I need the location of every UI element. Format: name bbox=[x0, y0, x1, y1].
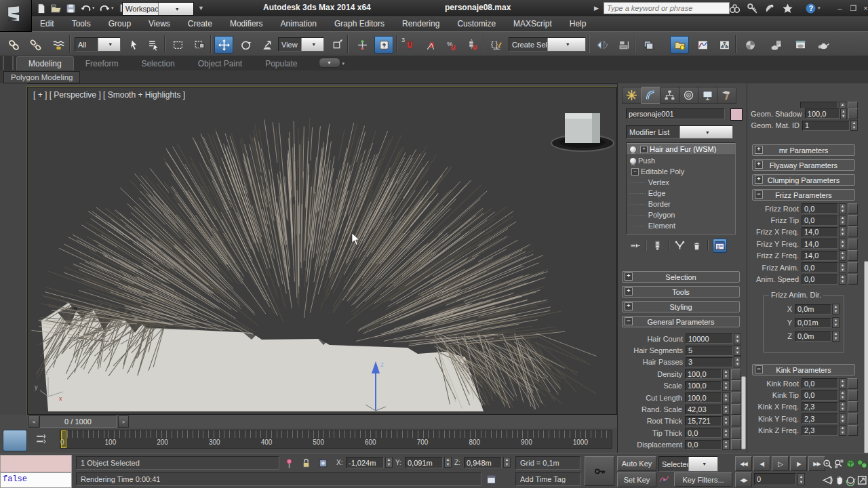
next-frame-button[interactable]: > bbox=[118, 415, 129, 428]
param-field[interactable]: 2,3 bbox=[802, 426, 838, 436]
rollout-selection[interactable]: +Selection bbox=[622, 271, 740, 283]
param-spinner[interactable]: ▲▼ bbox=[839, 390, 846, 401]
param-map-button[interactable] bbox=[731, 415, 741, 426]
modifier-bulb-icon[interactable] bbox=[629, 146, 637, 153]
param-field[interactable]: 1 bbox=[802, 121, 850, 131]
param-field[interactable]: 100,0 bbox=[685, 369, 722, 379]
material-editor-icon[interactable] bbox=[741, 36, 760, 54]
tab-motion-icon[interactable] bbox=[679, 87, 698, 104]
rollout-toggle[interactable]: + bbox=[755, 146, 763, 154]
unlink-selection-icon[interactable] bbox=[26, 36, 45, 54]
tab-hierarchy-icon[interactable] bbox=[660, 87, 679, 104]
play-button[interactable]: ▷ bbox=[772, 456, 789, 471]
param-map-button[interactable] bbox=[848, 215, 858, 226]
panel-scrollbar-right[interactable] bbox=[864, 261, 868, 453]
tab-modify-icon[interactable] bbox=[641, 87, 660, 104]
param-map-button[interactable] bbox=[731, 404, 741, 415]
param-spinner[interactable]: ▲▼ bbox=[722, 380, 730, 391]
align-icon[interactable] bbox=[614, 36, 633, 54]
ribbon-tab-populate[interactable]: Populate bbox=[254, 57, 309, 70]
viewport-label[interactable]: [ + ] [ Perspective ] [ Smooth + Highlig… bbox=[33, 90, 185, 100]
param-map-button[interactable] bbox=[731, 369, 741, 380]
menu-edit[interactable]: Edit bbox=[31, 16, 63, 31]
select-by-name-icon[interactable] bbox=[144, 36, 163, 54]
param-map-button[interactable] bbox=[731, 439, 741, 450]
orbit-icon[interactable] bbox=[845, 472, 856, 487]
auto-key-button[interactable]: Auto Key bbox=[617, 456, 656, 471]
param-field[interactable]: 0,0 bbox=[802, 216, 838, 226]
coord-z-field[interactable]: 0,948m bbox=[464, 457, 502, 468]
param-map-button[interactable] bbox=[848, 226, 858, 237]
menu-maxscript[interactable]: MAXScript bbox=[505, 16, 561, 31]
rollout-toggle[interactable]: − bbox=[755, 365, 763, 373]
time-slider[interactable]: < 0 / 1000 > bbox=[27, 415, 617, 429]
perspective-viewport[interactable]: [ + ] [ Perspective ] [ Smooth + Highlig… bbox=[27, 87, 617, 415]
ribbon-minimize-button[interactable]: ▼ bbox=[319, 58, 340, 68]
stack-expand-toggle[interactable]: − bbox=[631, 168, 639, 176]
set-key-button[interactable]: Set Key bbox=[617, 472, 656, 487]
dir-field[interactable]: 0,0m bbox=[795, 331, 831, 342]
window-crossing-toggle-icon[interactable] bbox=[190, 36, 209, 54]
param-field[interactable]: 0,0 bbox=[685, 428, 722, 438]
param-spinner[interactable]: ▲▼ bbox=[839, 425, 846, 436]
param-spinner[interactable]: ▲▼ bbox=[839, 203, 846, 214]
param-field[interactable]: 0,0 bbox=[802, 378, 838, 388]
param-field[interactable]: 14,0 bbox=[802, 227, 838, 237]
select-and-scale-icon[interactable] bbox=[258, 36, 277, 54]
time-tag-icon[interactable] bbox=[484, 472, 498, 486]
rollout-toggle[interactable]: + bbox=[755, 176, 763, 184]
tab-create-icon[interactable] bbox=[622, 87, 642, 104]
select-and-move-icon[interactable] bbox=[214, 36, 233, 54]
param-field[interactable]: 2,3 bbox=[802, 413, 838, 424]
zoom-extents-all-icon[interactable] bbox=[856, 456, 868, 471]
param-spinner[interactable]: ▲▼ bbox=[839, 274, 846, 285]
stack-item-vertex[interactable]: ·······Vertex bbox=[627, 177, 735, 188]
param-map-button[interactable] bbox=[848, 262, 858, 273]
rollout-toggle[interactable]: + bbox=[625, 272, 633, 281]
infocenter-expand-arrow[interactable]: ▶ bbox=[594, 5, 599, 12]
dir-spinner[interactable]: ▲▼ bbox=[832, 331, 840, 342]
param-map-button[interactable] bbox=[848, 108, 858, 119]
select-and-link-icon[interactable] bbox=[4, 36, 23, 54]
param-spinner[interactable]: ▲▼ bbox=[722, 392, 730, 403]
tab-utilities-icon[interactable] bbox=[717, 87, 736, 104]
param-spinner[interactable]: ▲▼ bbox=[722, 415, 730, 426]
maxscript-mini-listener-output[interactable]: false bbox=[0, 472, 72, 488]
param-spinner[interactable]: ▲▼ bbox=[734, 345, 741, 356]
param-spinner[interactable]: ▲▼ bbox=[839, 401, 846, 412]
selection-set-arrow[interactable]: ▼ bbox=[547, 38, 586, 51]
param-spinner[interactable]: ▲▼ bbox=[734, 333, 741, 344]
help-dropdown-arrow[interactable]: ▾ bbox=[818, 5, 823, 12]
layer-manager-icon[interactable] bbox=[639, 36, 658, 54]
param-map-button[interactable] bbox=[731, 392, 741, 403]
3dsmax-logo-button[interactable] bbox=[0, 0, 32, 32]
bind-to-spacewarp-icon[interactable] bbox=[49, 36, 68, 54]
stack-item-push[interactable]: Push bbox=[627, 155, 735, 166]
rollout-styling[interactable]: +Styling bbox=[622, 301, 740, 312]
open-mini-curve-editor-icon[interactable] bbox=[35, 433, 52, 447]
rendered-frame-window-icon[interactable] bbox=[791, 36, 810, 54]
param-map-button[interactable] bbox=[731, 380, 741, 391]
dir-field[interactable]: 0,01m bbox=[795, 318, 831, 328]
param-field[interactable]: 42,03 bbox=[685, 405, 722, 415]
dir-spinner[interactable]: ▲▼ bbox=[832, 304, 840, 314]
key-filters-button[interactable]: Key Filters... bbox=[674, 472, 732, 487]
zoom-icon[interactable] bbox=[822, 456, 833, 471]
show-end-result-icon[interactable] bbox=[651, 239, 664, 252]
param-field[interactable]: 14,0 bbox=[802, 251, 838, 261]
set-keys-button[interactable] bbox=[585, 456, 614, 486]
workspace-dropdown[interactable]: Workspace: Default ▼ bbox=[122, 2, 194, 16]
rollout-toggle[interactable]: − bbox=[755, 190, 763, 199]
workspace-dropdown-arrow[interactable]: ▼ bbox=[158, 3, 194, 15]
frame-spinner[interactable]: ▲▼ bbox=[797, 473, 805, 485]
edit-named-selection-sets-icon[interactable]: { }ABC bbox=[487, 36, 506, 54]
param-field[interactable]: 0,0 bbox=[802, 262, 838, 272]
ribbon-tab-object-paint[interactable]: Object Paint bbox=[186, 57, 254, 70]
ribbon-grip[interactable] bbox=[3, 56, 14, 70]
key-mode-toggle-button[interactable]: ◀▶ bbox=[735, 472, 752, 487]
select-and-manipulate-icon[interactable] bbox=[353, 36, 372, 54]
search-icon[interactable] bbox=[727, 2, 742, 15]
zoom-all-icon[interactable] bbox=[833, 456, 845, 471]
current-frame-field[interactable]: 0 bbox=[754, 473, 796, 485]
restore-button[interactable]: ❐ bbox=[848, 3, 859, 14]
